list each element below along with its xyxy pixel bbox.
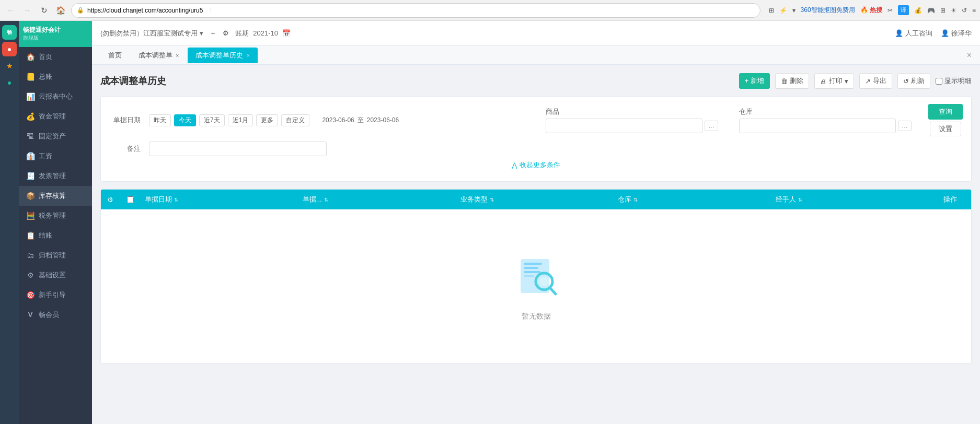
th-biz-type-sort-icon: ⇅ — [490, 197, 494, 203]
salary-icon: 👔 — [26, 152, 34, 160]
search-label: 360智能抠图免费用 — [801, 6, 855, 15]
sidebar-item-tax[interactable]: 🧮 税务管理 — [19, 206, 92, 226]
tab-home[interactable]: 首页 — [100, 48, 130, 63]
sidebar-item-settlement[interactable]: 📋 结账 — [19, 226, 92, 245]
th-warehouse[interactable]: 仓库 ⇅ — [614, 195, 771, 204]
refresh-button[interactable]: ↻ — [38, 4, 50, 17]
query-button[interactable]: 查询 — [928, 104, 963, 120]
collapse-button[interactable]: ⋀ 收起更多条件 — [512, 160, 560, 170]
empty-state: 暂无数据 — [101, 209, 971, 363]
tab-close-all[interactable]: × — [967, 51, 972, 60]
app-red-icon[interactable]: ● — [2, 42, 17, 56]
sidebar-item-settings[interactable]: ⚙ 基础设置 — [19, 265, 92, 285]
column-settings-icon[interactable]: ⚙ — [101, 196, 120, 204]
shortcut-7days[interactable]: 近7天 — [199, 114, 225, 126]
delete-button[interactable]: 🗑 删除 — [775, 73, 809, 89]
calendar-icon[interactable]: 📅 — [282, 29, 291, 37]
undo-icon[interactable]: ↺ — [962, 7, 967, 14]
add-button[interactable]: + 新增 — [739, 73, 770, 89]
company-selector[interactable]: (勿删勿禁用）江西服宝测试专用 ▾ — [100, 29, 203, 38]
sidebar-label-invoice: 发票管理 — [39, 171, 66, 181]
logo-main-text: 畅捷通好会计 — [23, 26, 61, 34]
user-avatar[interactable]: 👤 徐泽华 — [941, 29, 972, 38]
user-name: 徐泽华 — [951, 29, 972, 38]
grid-icon[interactable]: ⊞ — [940, 7, 946, 14]
sidebar-item-fixed-assets[interactable]: 🏗 固定资产 — [19, 126, 92, 146]
th-date-label: 单据日期 — [145, 195, 172, 204]
show-detail-checkbox-wrapper[interactable]: 显示明细 — [936, 76, 972, 86]
sidebar-item-report-center[interactable]: 📊 云报表中心 — [19, 87, 92, 107]
fund-icon: 💰 — [26, 112, 34, 121]
th-biz-type[interactable]: 业务类型 ⇅ — [456, 195, 614, 204]
app-yellow-icon[interactable]: ★ — [2, 58, 17, 73]
remark-input[interactable] — [149, 142, 327, 156]
scissor-icon[interactable]: ✂ — [887, 7, 893, 14]
th-date-sort-icon: ⇅ — [174, 197, 178, 203]
th-biz-type-label: 业务类型 — [460, 195, 488, 204]
collapse-label: 收起更多条件 — [520, 160, 560, 170]
app-green-dot[interactable]: ● — [2, 75, 17, 90]
sidebar-item-vip[interactable]: V 畅会员 — [19, 305, 92, 325]
ext-grid-icon[interactable]: ⊞ — [769, 7, 774, 14]
sidebar-item-general-ledger[interactable]: 📒 总账 — [19, 67, 92, 87]
consult-btn[interactable]: 👤 人工咨询 — [895, 29, 932, 38]
shortcut-yesterday[interactable]: 昨天 — [149, 114, 171, 126]
th-handler[interactable]: 经手人 ⇅ — [771, 195, 929, 204]
add-company-btn[interactable]: ＋ — [210, 29, 216, 38]
header-actions: + 新增 🗑 删除 🖨 打印 ▾ ↗ 导出 ↺ — [739, 73, 972, 89]
refresh-button[interactable]: ↺ 刷新 — [897, 73, 930, 89]
select-all-checkbox[interactable] — [127, 196, 134, 203]
product-input[interactable] — [546, 119, 702, 133]
data-table: ⚙ 单据日期 ⇅ 单据... ⇅ 业务类型 ⇅ — [100, 189, 972, 363]
warehouse-ellipsis-btn[interactable]: … — [898, 121, 912, 131]
page-tabs: 首页 成本调整单 × 成本调整单历史 × × — [92, 46, 980, 65]
tab-cost-adjust-history[interactable]: 成本调整单历史 × — [188, 48, 257, 63]
select-all-checkbox-wrapper[interactable] — [120, 196, 141, 203]
show-detail-checkbox[interactable] — [936, 78, 942, 85]
game-icon[interactable]: 🎮 — [927, 7, 935, 14]
warehouse-input[interactable] — [739, 119, 896, 133]
url-bar[interactable]: 🔒 https://cloud.chanjet.com/accounting/u… — [71, 3, 760, 18]
sidebar-item-home[interactable]: 🏠 首页 — [19, 47, 92, 67]
shortcut-more[interactable]: 更多 — [256, 114, 278, 126]
svg-line-5 — [550, 288, 556, 294]
sidebar-item-invoice[interactable]: 🧾 发票管理 — [19, 166, 92, 186]
tab-cost-adjust-history-close[interactable]: × — [246, 52, 249, 58]
ext-dropdown[interactable]: ▾ — [792, 7, 795, 14]
th-date[interactable]: 单据日期 ⇅ — [141, 195, 298, 204]
product-filter: 商品 … — [546, 107, 718, 133]
page-title: 成本调整单历史 — [100, 75, 166, 87]
export-button[interactable]: ↗ 导出 — [859, 73, 892, 89]
tab-cost-adjust[interactable]: 成本调整单 × — [131, 48, 187, 63]
print-button[interactable]: 🖨 打印 ▾ — [814, 73, 854, 89]
tab-cost-adjust-history-label: 成本调整单历史 — [195, 51, 243, 60]
forward-button[interactable]: → — [21, 4, 33, 17]
sidebar-item-guide[interactable]: 🎯 新手引导 — [19, 285, 92, 305]
settings-btn[interactable]: 设置 — [930, 122, 961, 136]
filter-row-remark: 备注 — [109, 142, 963, 156]
page-header: 成本调整单历史 + 新增 🗑 删除 🖨 打印 ▾ ↗ 导出 — [100, 73, 972, 89]
sidebar-item-archive[interactable]: 🗂 归档管理 — [19, 245, 92, 265]
sidebar-label-assets: 固定资产 — [39, 132, 66, 141]
sidebar-item-fund-mgmt[interactable]: 💰 资金管理 — [19, 107, 92, 126]
sidebar-item-inventory[interactable]: 📦 库存核算 — [19, 186, 92, 206]
translate-icon[interactable]: 译 — [898, 5, 909, 15]
shortcut-custom[interactable]: 自定义 — [281, 114, 309, 126]
product-ellipsis-btn[interactable]: … — [705, 121, 718, 131]
settings-gear-icon[interactable]: ⚙ — [223, 29, 229, 37]
menu-icon[interactable]: ≡ — [972, 7, 976, 14]
filter-panel: 单据日期 昨天 今天 近7天 近1月 更多 自定义 2023-06-06 至 2… — [100, 96, 972, 182]
th-doc-no[interactable]: 单据... ⇅ — [298, 195, 456, 204]
shortcut-1month[interactable]: 近1月 — [228, 114, 253, 126]
browser-topbar: ← → ↻ 🏠 🔒 https://cloud.chanjet.com/acco… — [0, 0, 980, 21]
ext-bolt-icon[interactable]: ⚡ — [779, 7, 787, 14]
consult-icon: 👤 — [895, 29, 903, 37]
sidebar-label-fund: 资金管理 — [39, 112, 66, 121]
coin-icon[interactable]: 💰 — [914, 7, 922, 14]
tab-cost-adjust-close[interactable]: × — [176, 52, 179, 58]
back-button[interactable]: ← — [4, 4, 17, 17]
brightness-icon[interactable]: ☀ — [951, 7, 956, 14]
shortcut-today[interactable]: 今天 — [174, 114, 196, 126]
sidebar-item-salary[interactable]: 👔 工资 — [19, 146, 92, 166]
home-button[interactable]: 🏠 — [54, 4, 67, 17]
